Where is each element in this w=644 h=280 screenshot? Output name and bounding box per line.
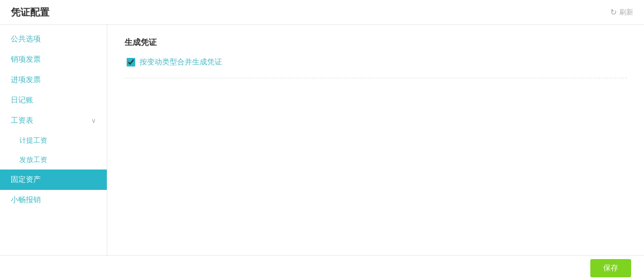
sidebar-item-payroll-issue[interactable]: 发放工资 (0, 150, 107, 170)
sidebar-item-label-payroll-table: 工资表 (11, 116, 33, 126)
save-button[interactable]: 保存 (590, 259, 631, 277)
sidebar-item-purchase-invoice[interactable]: 进项发票 (0, 70, 107, 90)
merge-checkbox[interactable] (127, 58, 135, 67)
checkbox-label[interactable]: 按变动类型合并生成凭证 (140, 57, 222, 67)
sidebar-item-fixed-assets[interactable]: 固定资产 (0, 170, 107, 190)
sidebar-item-payroll-calc[interactable]: 计提工资 (0, 131, 107, 150)
refresh-icon: ↻ (610, 8, 617, 17)
refresh-label: 刷新 (619, 8, 633, 17)
content-area: 生成凭证 按变动类型合并生成凭证 (107, 25, 644, 255)
sidebar-item-sales-invoice[interactable]: 销项发票 (0, 49, 107, 70)
sidebar-item-expense-report[interactable]: 小畅报销 (0, 190, 107, 210)
sidebar-item-label-purchase-invoice: 进项发票 (11, 75, 41, 85)
sidebar-item-journal[interactable]: 日记账 (0, 90, 107, 110)
sidebar-item-label-public-options: 公共选项 (11, 34, 41, 44)
header: 凭证配置 ↻ 刷新 (0, 0, 644, 25)
refresh-button[interactable]: ↻ 刷新 (610, 8, 633, 17)
sidebar: 公共选项销项发票进项发票日记账工资表∨计提工资发放工资固定资产小畅报销 (0, 25, 107, 255)
sidebar-item-public-options[interactable]: 公共选项 (0, 29, 107, 49)
chevron-down-icon: ∨ (91, 117, 96, 124)
sidebar-item-label-expense-report: 小畅报销 (11, 195, 41, 205)
footer: 保存 (0, 255, 644, 280)
main-layout: 公共选项销项发票进项发票日记账工资表∨计提工资发放工资固定资产小畅报销 生成凭证… (0, 25, 644, 255)
section-title: 生成凭证 (125, 38, 627, 48)
checkbox-row: 按变动类型合并生成凭证 (125, 57, 627, 67)
sidebar-item-label-fixed-assets: 固定资产 (11, 175, 41, 185)
sidebar-item-label-journal: 日记账 (11, 95, 33, 105)
page-title: 凭证配置 (11, 6, 49, 19)
sidebar-item-label-sales-invoice: 销项发票 (11, 55, 41, 64)
section-divider (125, 78, 627, 78)
sidebar-item-payroll-table[interactable]: 工资表∨ (0, 110, 107, 131)
